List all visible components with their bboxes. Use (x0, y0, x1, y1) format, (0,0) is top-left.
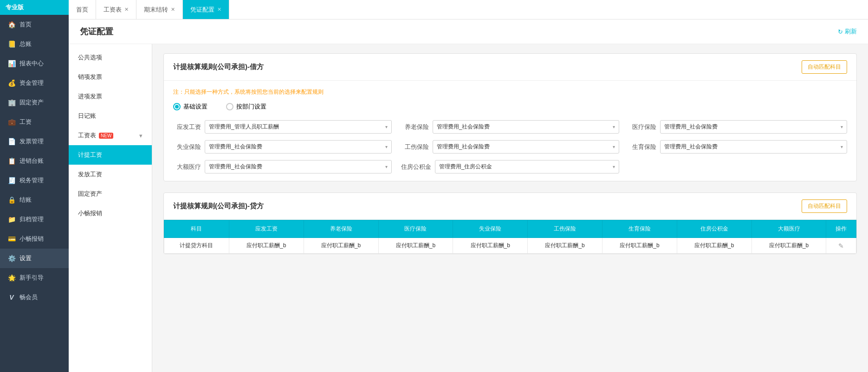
chevron-down-icon-3: ▾ (841, 124, 843, 129)
form-rows: 应发工资 管理费用_管理人员职工薪酬 ▾ 养老保险 管理费用_社会保险费 (173, 120, 847, 173)
nav-public-options[interactable]: 公共选项 (69, 48, 152, 67)
content-wrapper: 公共选项 销项发票 进项发票 日记账 工资表 NEW ▾ 计提工资 发放工资 (69, 44, 868, 372)
sidebar-item-home[interactable]: 🏠 首页 (0, 15, 69, 34)
field-housing-select[interactable]: 管理费用_住房公积金 ▾ (435, 160, 620, 173)
refresh-icon: ↻ (838, 28, 843, 35)
field-large-medical-select[interactable]: 管理费用_社会保险费 ▾ (205, 160, 392, 173)
guide-icon: 🌟 (7, 274, 16, 282)
field-maternity-value: 管理费用_社会保险费 (664, 143, 718, 151)
col-subject: 科目 (164, 220, 229, 238)
nav-fixed-assets[interactable]: 固定资产 (69, 184, 152, 204)
app-logo: 专业版 (0, 0, 69, 15)
radio-dept-label: 按部门设置 (236, 103, 266, 111)
field-unemployment-value: 管理费用_社会保险费 (209, 143, 262, 151)
sidebar-label-settings: 设置 (19, 254, 32, 263)
sidebar-item-archive[interactable]: 📁 归档管理 (0, 210, 69, 229)
nav-accrual-salary[interactable]: 计提工资 (69, 145, 152, 165)
field-pension-value: 管理费用_社会保险费 (437, 123, 490, 131)
col-injury: 工伤保险 (528, 220, 602, 238)
sidebar-item-tax[interactable]: 🧾 税务管理 (0, 171, 69, 190)
tab-period-close[interactable]: 期末结转 ✕ (136, 0, 183, 19)
section-debit-body: 注：只能选择一种方式，系统将按照您当前的选择来配置规则 基础设置 按部门设置 (164, 81, 856, 181)
field-unemployment-select[interactable]: 管理费用_社会保险费 ▾ (205, 140, 392, 154)
refresh-button[interactable]: ↻ 刷新 (838, 27, 857, 36)
section-credit-body: 科目 应发工资 养老保险 医疗保险 失业保险 工伤保险 生育保险 住房公积金 大… (164, 220, 856, 254)
field-injury-value: 管理费用_社会保险费 (437, 143, 490, 151)
section-debit: 计提核算规则(公司承担)-借方 自动匹配科目 注：只能选择一种方式，系统将按照您… (163, 53, 857, 181)
sidebar-item-member[interactable]: V 畅会员 (0, 288, 69, 307)
nav-small-expense[interactable]: 小畅报销 (69, 204, 152, 223)
sidebar-item-purchase[interactable]: 📋 进销台账 (0, 151, 69, 171)
radio-basic-label: 基础设置 (183, 103, 207, 111)
auto-match-debit-button[interactable]: 自动匹配科目 (802, 60, 847, 74)
chevron-down-icon-4: ▾ (385, 144, 388, 149)
field-maternity-select[interactable]: 管理费用_社会保险费 ▾ (660, 140, 847, 154)
tab-period-close-btn[interactable]: ✕ (171, 6, 175, 13)
field-housing-fund: 住房公积金 管理费用_住房公积金 ▾ (401, 160, 620, 173)
sidebar-item-funds[interactable]: 💰 资金管理 (0, 73, 69, 93)
tax-icon: 🧾 (7, 177, 16, 184)
field-unemployment: 失业保险 管理费用_社会保险费 ▾ (173, 140, 392, 154)
expense-icon: 💳 (7, 235, 16, 243)
col-maternity: 生育保险 (602, 220, 677, 238)
sidebar-item-fixed-assets[interactable]: 🏢 固定资产 (0, 93, 69, 112)
tab-salary-label: 工资表 (104, 6, 122, 14)
sidebar-item-salary[interactable]: 💼 工资 (0, 112, 69, 132)
tab-salary-sheet[interactable]: 工资表 ✕ (96, 0, 136, 19)
field-pension: 养老保险 管理费用_社会保险费 ▾ (401, 120, 620, 134)
nav-journal[interactable]: 日记账 (69, 106, 152, 126)
sidebar-item-close[interactable]: 🔒 结账 (0, 190, 69, 210)
col-housing: 住房公积金 (677, 220, 751, 238)
sidebar-item-expense[interactable]: 💳 小畅报销 (0, 229, 69, 249)
field-pension-select[interactable]: 管理费用_社会保险费 ▾ (433, 120, 620, 134)
radio-basic[interactable]: 基础设置 (173, 103, 207, 111)
field-injury-select[interactable]: 管理费用_社会保险费 ▾ (433, 140, 620, 154)
funds-icon: 💰 (7, 79, 16, 87)
col-unemployment: 失业保险 (453, 220, 528, 238)
chevron-down-icon-5: ▾ (613, 144, 615, 149)
field-injury-label: 工伤保险 (401, 143, 429, 151)
tab-voucher-close[interactable]: ✕ (217, 6, 221, 13)
nav-red-invoice[interactable]: 销项发票 (69, 67, 152, 87)
sidebar-item-ledger[interactable]: 📒 总账 (0, 34, 69, 54)
tab-voucher-config[interactable]: 凭证配置 ✕ (183, 0, 229, 19)
edit-icon[interactable]: ✎ (838, 242, 844, 250)
sidebar: 专业版 🏠 首页 📒 总账 📊 报表中心 💰 资金管理 🏢 固定资产 💼 工资 … (0, 0, 69, 372)
section-credit-header: 计提核算规则(公司承担)-贷方 自动匹配科目 (164, 193, 856, 220)
auto-match-credit-button[interactable]: 自动匹配科目 (802, 199, 847, 213)
field-medical-value: 管理费用_社会保险费 (664, 123, 718, 131)
field-large-medical-label: 大额医疗 (173, 163, 201, 171)
ledger-icon: 📒 (7, 40, 16, 48)
field-salary-value: 管理费用_管理人员职工薪酬 (209, 123, 279, 131)
nav-salary-sheet[interactable]: 工资表 NEW ▾ (69, 126, 152, 145)
field-salary-select[interactable]: 管理费用_管理人员职工薪酬 ▾ (205, 120, 392, 134)
cell-injury: 应付职工薪酬_b (528, 238, 602, 254)
form-row-1: 应发工资 管理费用_管理人员职工薪酬 ▾ 养老保险 管理费用_社会保险费 (173, 120, 847, 134)
salary-icon: 💼 (7, 118, 16, 126)
sidebar-item-reports[interactable]: 📊 报表中心 (0, 54, 69, 73)
tab-salary-close[interactable]: ✕ (124, 6, 129, 13)
sidebar-label-ledger: 总账 (19, 40, 32, 48)
tab-home[interactable]: 首页 (69, 0, 96, 19)
invoice-icon: 📄 (7, 138, 16, 145)
nav-input-invoice[interactable]: 进项发票 (69, 87, 152, 106)
nav-pay-salary[interactable]: 发放工资 (69, 165, 152, 184)
col-salary: 应发工资 (229, 220, 304, 238)
field-medical-select[interactable]: 管理费用_社会保险费 ▾ (660, 120, 847, 134)
field-pension-label: 养老保险 (401, 123, 429, 131)
sidebar-item-guide[interactable]: 🌟 新手引导 (0, 268, 69, 288)
cell-subject: 计提贷方科目 (164, 238, 229, 254)
radio-by-dept[interactable]: 按部门设置 (226, 103, 266, 111)
table-row: 计提贷方科目 应付职工薪酬_b 应付职工薪酬_b 应付职工薪酬_b 应付职工薪酬… (164, 238, 856, 254)
section-credit: 计提核算规则(公司承担)-贷方 自动匹配科目 科目 应发工资 养老保险 医疗保险… (163, 192, 857, 254)
home-icon: 🏠 (7, 21, 16, 28)
new-badge: NEW (99, 133, 113, 139)
sidebar-item-settings[interactable]: ⚙️ 设置 (0, 249, 69, 268)
fixed-assets-icon: 🏢 (7, 99, 16, 106)
topbar: 首页 工资表 ✕ 期末结转 ✕ 凭证配置 ✕ (69, 0, 868, 19)
cell-action[interactable]: ✎ (826, 238, 856, 254)
sidebar-label-salary: 工资 (19, 118, 32, 126)
sidebar-item-invoice[interactable]: 📄 发票管理 (0, 132, 69, 151)
left-nav: 公共选项 销项发票 进项发票 日记账 工资表 NEW ▾ 计提工资 发放工资 (69, 44, 152, 372)
field-medical-label: 医疗保险 (628, 123, 656, 131)
